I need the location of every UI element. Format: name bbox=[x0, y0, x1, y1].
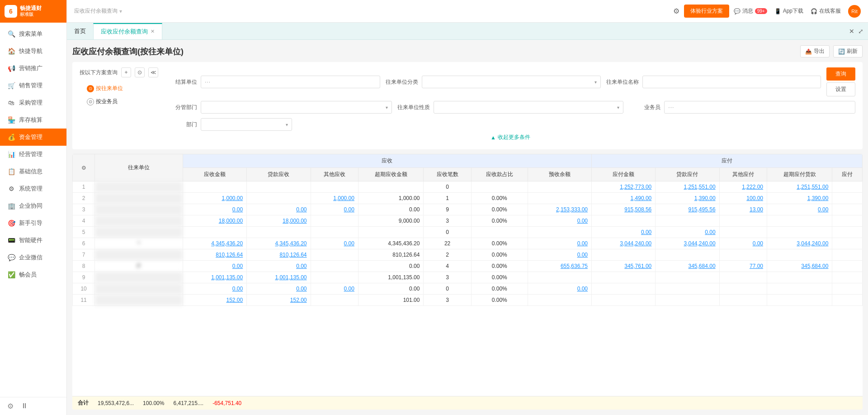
cell-ar-amount[interactable]: 1,000.00 bbox=[183, 193, 246, 204]
cell-loan-ar[interactable]: 0.00 bbox=[247, 283, 311, 295]
cell-ap-amount[interactable]: 915,508.56 bbox=[592, 204, 656, 215]
cell-loan-ar[interactable]: 152.00 bbox=[247, 295, 311, 306]
messages-action[interactable]: 💬 消息 99+ bbox=[734, 7, 767, 15]
cell-loan-ap[interactable] bbox=[656, 272, 719, 283]
cell-ap-amount[interactable] bbox=[592, 295, 656, 306]
cell-overdue-ap[interactable]: 3,044,240.00 bbox=[767, 238, 832, 249]
cell-loan-ap[interactable]: 345,684.00 bbox=[656, 261, 719, 272]
sidebar-item-member[interactable]: ✅ 畅会员 bbox=[0, 266, 66, 283]
cell-overdue-ap[interactable] bbox=[767, 249, 832, 261]
cell-other-ap[interactable] bbox=[719, 227, 767, 238]
cell-prepay[interactable]: 655,636.75 bbox=[528, 261, 591, 272]
cell-other-ap[interactable]: 1,222.00 bbox=[719, 181, 767, 193]
cell-prepay[interactable]: 0.00 bbox=[528, 238, 591, 249]
tab-maximize-icon[interactable]: ⤢ bbox=[858, 28, 863, 35]
cell-ar-amount[interactable]: 18,000.00 bbox=[183, 215, 246, 227]
collapse-more-button[interactable]: ▲ 收起更多条件 bbox=[165, 131, 855, 144]
sidebar-item-sales[interactable]: 🛒 销售管理 bbox=[0, 77, 66, 94]
collapse-scheme-icon[interactable]: ≪ bbox=[148, 67, 158, 77]
cell-overdue-ap[interactable]: 1,251,551.00 bbox=[767, 181, 832, 193]
cell-loan-ar[interactable] bbox=[247, 227, 311, 238]
sidebar-item-operation[interactable]: 📊 经营管理 bbox=[0, 146, 66, 163]
cta-button[interactable]: 体验行业方案 bbox=[684, 5, 729, 18]
query-button[interactable]: 查询 bbox=[826, 67, 855, 81]
cell-ap-amount[interactable]: 1,490.00 bbox=[592, 193, 656, 204]
cell-ar-amount[interactable]: 0.00 bbox=[183, 261, 246, 272]
cell-loan-ar[interactable]: 810,126.64 bbox=[247, 249, 311, 261]
cell-loan-ar[interactable] bbox=[247, 193, 311, 204]
sidebar-item-search[interactable]: 🔍 搜索菜单 bbox=[0, 25, 66, 43]
sidebar-item-quick[interactable]: 🏠 快捷导航 bbox=[0, 43, 66, 60]
tab-ar-ap[interactable]: 应收应付余额查询 ✕ bbox=[93, 23, 162, 39]
cell-loan-ap[interactable] bbox=[656, 215, 719, 227]
cell-other-ap[interactable] bbox=[719, 215, 767, 227]
cell-ap-amount[interactable]: 345,761.00 bbox=[592, 261, 656, 272]
cell-loan-ar[interactable]: 0.00 bbox=[247, 261, 311, 272]
cell-overdue-ap[interactable] bbox=[767, 227, 832, 238]
cell-loan-ar[interactable]: 0.00 bbox=[247, 204, 311, 215]
cell-other-ap[interactable] bbox=[719, 283, 767, 295]
cell-overdue-ap[interactable] bbox=[767, 215, 832, 227]
cell-ar-amount[interactable] bbox=[183, 181, 246, 193]
cell-overdue-ap[interactable]: 0.00 bbox=[767, 204, 832, 215]
cell-other-ar[interactable] bbox=[311, 261, 358, 272]
cell-loan-ap[interactable]: 3,044,240.00 bbox=[656, 238, 719, 249]
sidebar-item-corp[interactable]: 🏢 企业协同 bbox=[0, 197, 66, 215]
cell-loan-ap[interactable]: 1,390.00 bbox=[656, 193, 719, 204]
cell-other-ap[interactable] bbox=[719, 249, 767, 261]
cell-ar-amount[interactable]: 152.00 bbox=[183, 295, 246, 306]
cell-prepay[interactable] bbox=[528, 272, 591, 283]
cell-ap-amount[interactable]: 0.00 bbox=[592, 227, 656, 238]
cell-loan-ar[interactable]: 1,001,135.00 bbox=[247, 272, 311, 283]
scheme-by-salesperson[interactable]: ⊙ 按业务员 bbox=[83, 96, 127, 107]
cell-other-ar[interactable]: 0.00 bbox=[311, 238, 358, 249]
cell-other-ar[interactable] bbox=[311, 295, 358, 306]
cell-other-ar[interactable] bbox=[311, 215, 358, 227]
cell-other-ap[interactable]: 13.00 bbox=[719, 204, 767, 215]
cell-other-ap[interactable]: 77.00 bbox=[719, 261, 767, 272]
cell-loan-ap[interactable] bbox=[656, 283, 719, 295]
cell-other-ar[interactable] bbox=[311, 181, 358, 193]
partner-name-input[interactable] bbox=[642, 76, 821, 88]
cell-other-ap[interactable] bbox=[719, 272, 767, 283]
cell-loan-ar[interactable] bbox=[247, 181, 311, 193]
cell-prepay[interactable]: 0.00 bbox=[528, 283, 591, 295]
add-scheme-button[interactable]: + bbox=[121, 67, 131, 77]
settings-footer-icon[interactable]: ⚙ bbox=[7, 402, 14, 410]
cell-loan-ap[interactable]: 0.00 bbox=[656, 227, 719, 238]
table-wrapper[interactable]: ⚙ 往来单位 应收 应付 应收金额 贷款应收 其他应收 超期应收金额 应收笔数 … bbox=[72, 154, 863, 396]
cell-prepay[interactable]: 0.00 bbox=[528, 215, 591, 227]
scheme-settings-icon[interactable]: ⊙ bbox=[135, 67, 145, 77]
sidebar-item-hardware[interactable]: 📟 智能硬件 bbox=[0, 232, 66, 249]
app-download-action[interactable]: 📱 App下载 bbox=[774, 7, 803, 15]
cell-ap-amount[interactable]: 1,252,773.00 bbox=[592, 181, 656, 193]
cell-other-ar[interactable]: 0.00 bbox=[311, 283, 358, 295]
tab-close-icon[interactable]: ✕ bbox=[151, 29, 155, 34]
sidebar-item-finance[interactable]: 💰 资金管理 bbox=[0, 129, 66, 146]
cell-prepay[interactable]: 2,153,333.00 bbox=[528, 204, 591, 215]
cell-prepay[interactable] bbox=[528, 181, 591, 193]
settings-button[interactable]: 设置 bbox=[826, 82, 855, 96]
cell-prepay[interactable] bbox=[528, 193, 591, 204]
cell-ap-amount[interactable] bbox=[592, 249, 656, 261]
cell-prepay[interactable] bbox=[528, 295, 591, 306]
cell-other-ap[interactable]: 100.00 bbox=[719, 193, 767, 204]
cell-prepay[interactable]: 0.00 bbox=[528, 249, 591, 261]
settings-icon[interactable]: ⚙ bbox=[673, 7, 679, 15]
cell-loan-ap[interactable] bbox=[656, 295, 719, 306]
cell-ar-amount[interactable] bbox=[183, 227, 246, 238]
cell-other-ar[interactable] bbox=[311, 272, 358, 283]
sidebar-item-purchase[interactable]: 🛍 采购管理 bbox=[0, 94, 66, 111]
cell-other-ar[interactable] bbox=[311, 227, 358, 238]
dept-input[interactable]: ▾ bbox=[201, 101, 392, 114]
cell-other-ar[interactable]: 0.00 bbox=[311, 204, 358, 215]
cell-ar-amount[interactable]: 1,001,135.00 bbox=[183, 272, 246, 283]
partner-category-input[interactable]: ▾ bbox=[422, 76, 600, 88]
cell-overdue-ap[interactable] bbox=[767, 272, 832, 283]
cell-ap-amount[interactable] bbox=[592, 215, 656, 227]
cell-loan-ar[interactable]: 18,000.00 bbox=[247, 215, 311, 227]
cell-ar-amount[interactable]: 0.00 bbox=[183, 204, 246, 215]
cell-other-ap[interactable] bbox=[719, 295, 767, 306]
cell-prepay[interactable] bbox=[528, 227, 591, 238]
cell-overdue-ap[interactable]: 1,390.00 bbox=[767, 193, 832, 204]
